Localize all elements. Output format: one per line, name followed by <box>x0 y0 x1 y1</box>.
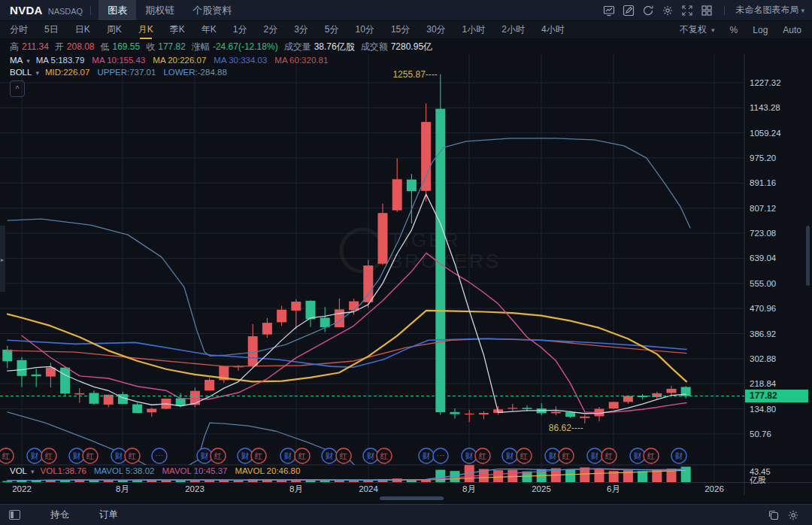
chart-layout-name[interactable]: 未命名图表布局 <box>735 4 798 17</box>
svg-text:红: 红 <box>44 451 53 460</box>
svg-text:639.04: 639.04 <box>750 253 777 262</box>
indicator-value: MAVOL 5:38.02 <box>94 466 155 475</box>
header-tabs: 图表期权链个股资料 <box>98 0 241 20</box>
indicator-value: MAVOL 20:46.80 <box>235 466 300 475</box>
timeframe-3分[interactable]: 3分 <box>294 21 308 39</box>
svg-text:财: 财 <box>326 451 334 460</box>
timeframe-日K[interactable]: 日K <box>75 21 90 39</box>
horizontal-scrollbar-thumb[interactable] <box>380 496 444 500</box>
volume-axis-unit: 亿股 <box>750 475 766 484</box>
stat-涨幅: 涨幅-24.67(-12.18%) <box>192 41 278 53</box>
timeframe-2小时[interactable]: 2小时 <box>501 21 525 39</box>
svg-text:财: 财 <box>675 451 683 460</box>
collapse-indicators-button[interactable]: ^ <box>10 80 25 97</box>
timeframe-年K[interactable]: 年K <box>201 21 217 39</box>
timeframe-30分[interactable]: 30分 <box>426 21 445 39</box>
symbol-block: NVDA NASDAQ <box>0 0 83 20</box>
timeframe-分时[interactable]: 分时 <box>10 21 28 39</box>
timeframe-1分[interactable]: 1分 <box>233 21 247 39</box>
timeframe-1小时[interactable]: 1小时 <box>462 21 486 39</box>
stat-成交量: 成交量38.76亿股 <box>284 41 355 53</box>
svg-text:8月: 8月 <box>462 484 476 493</box>
svg-text:财: 财 <box>73 451 81 460</box>
timeframe-10分[interactable]: 10分 <box>356 21 374 39</box>
divider <box>724 6 725 15</box>
timeframe-5分[interactable]: 5分 <box>325 21 339 39</box>
timeframe-list: 分时5日日K周K月K季K年K1分2分3分5分10分15分30分1小时2小时4小时 <box>10 21 581 39</box>
settings-icon[interactable] <box>783 505 803 525</box>
indicator-lines <box>8 138 690 472</box>
svg-text:975.20: 975.20 <box>750 153 776 162</box>
indicator-value: MID:226.07 <box>45 68 89 77</box>
timeframe-bar: 分时5日日K周K月K季K年K1分2分3分5分10分15分30分1小时2小时4小时… <box>0 21 812 39</box>
chart-option-Auto[interactable]: Auto <box>783 25 801 35</box>
indicator-value: UPPER:737.01 <box>97 68 156 77</box>
svg-text:891.16: 891.16 <box>750 178 776 187</box>
svg-text:TIGER: TIGER <box>389 229 460 251</box>
svg-text:···: ··· <box>156 451 164 460</box>
svg-text:红: 红 <box>562 451 571 460</box>
fullscreen-icon[interactable] <box>677 0 697 21</box>
svg-text:807.12: 807.12 <box>750 204 776 213</box>
svg-text:8月: 8月 <box>289 484 303 493</box>
svg-text:2026: 2026 <box>704 484 724 493</box>
svg-text:50.76: 50.76 <box>750 429 771 439</box>
timeframe-月K[interactable]: 月K <box>138 21 153 39</box>
indicator-value: VOL1:38.76 <box>41 466 86 475</box>
svg-text:2023: 2023 <box>185 484 205 493</box>
stat-低: 低169.55 <box>101 41 141 53</box>
indicator-value: MAVOL 10:45.37 <box>162 466 227 475</box>
bottom-taskbar: 持仓订单 <box>0 504 812 525</box>
time-axis[interactable]: 20228月20238月20248月20256月2026 <box>12 484 724 493</box>
svg-text:1227.32: 1227.32 <box>750 78 781 87</box>
chevron-down-icon: ▾ <box>31 468 35 475</box>
grid-layout-icon[interactable] <box>697 0 717 21</box>
taskbar-item-orders[interactable]: 订单 <box>99 508 118 521</box>
draw-icon[interactable] <box>619 0 638 21</box>
axis-scrollbar-thumb[interactable] <box>806 226 810 286</box>
svg-text:财: 财 <box>201 451 209 460</box>
tab-options-chain[interactable]: 期权链 <box>136 0 183 20</box>
left-panel-arrow-icon: ▸ <box>1 256 4 263</box>
taskbar-right-icons <box>764 505 812 525</box>
indicator-name: MA <box>10 56 23 65</box>
timeframe-2分[interactable]: 2分 <box>263 21 277 39</box>
svg-text:财: 财 <box>634 451 642 460</box>
svg-text:财: 财 <box>465 451 474 460</box>
chart-option-不复权[interactable]: 不复权 ▾ <box>680 23 715 36</box>
chart-monitor-icon[interactable] <box>599 0 619 21</box>
svg-text:红: 红 <box>478 451 487 460</box>
gear-icon[interactable] <box>658 0 677 21</box>
svg-text:财: 财 <box>591 451 599 460</box>
svg-text:财: 财 <box>506 451 514 460</box>
timeframe-4小时[interactable]: 4小时 <box>541 21 565 39</box>
svg-text:6月: 6月 <box>607 484 620 493</box>
tab-chart[interactable]: 图表 <box>98 0 136 20</box>
timeframe-季K[interactable]: 季K <box>170 21 185 39</box>
header-right-toolbar: 未命名图表布局▾ <box>599 0 812 20</box>
timeframe-周K[interactable]: 周K <box>107 21 122 39</box>
ma-indicator-row[interactable]: MA▾MA 5:183.79MA 10:155.43MA 20:226.07MA… <box>10 56 335 65</box>
exchange-name: NASDAQ <box>48 7 83 16</box>
svg-text:2025: 2025 <box>532 484 551 493</box>
chart-option-Log[interactable]: Log <box>753 25 768 35</box>
timeframe-5日[interactable]: 5日 <box>44 21 59 39</box>
candles[interactable] <box>2 74 690 423</box>
svg-text:红: 红 <box>128 451 137 460</box>
event-badges[interactable]: 红财红财红财红···财红财红财红财红财红财···财红财红财红财红财红财 <box>0 448 686 463</box>
panel-toggle-icon[interactable] <box>9 510 20 520</box>
symbol-name: NVDA <box>10 4 43 17</box>
panels-icon[interactable] <box>764 505 783 525</box>
tab-stock-info[interactable]: 个股资料 <box>183 0 241 20</box>
timeframe-15分[interactable]: 15分 <box>391 21 410 39</box>
boll-indicator-row[interactable]: BOLL▾MID:226.07UPPER:737.01LOWER:-284.88 <box>10 68 235 77</box>
stat-收: 收177.82 <box>146 41 186 53</box>
refresh-icon[interactable] <box>638 0 658 21</box>
price-axis[interactable]: 1227.321143.281059.24975.20891.16807.127… <box>750 78 781 439</box>
taskbar-item-positions[interactable]: 持仓 <box>50 508 69 521</box>
vol-indicator-row[interactable]: VOL▾VOL1:38.76MAVOL 5:38.02MAVOL 10:45.3… <box>10 466 308 475</box>
period-low-label: 86.62---- <box>549 423 583 433</box>
svg-text:红: 红 <box>214 451 223 460</box>
taskbar-items: 持仓订单 <box>20 508 118 521</box>
chart-option-%[interactable]: % <box>730 25 738 35</box>
